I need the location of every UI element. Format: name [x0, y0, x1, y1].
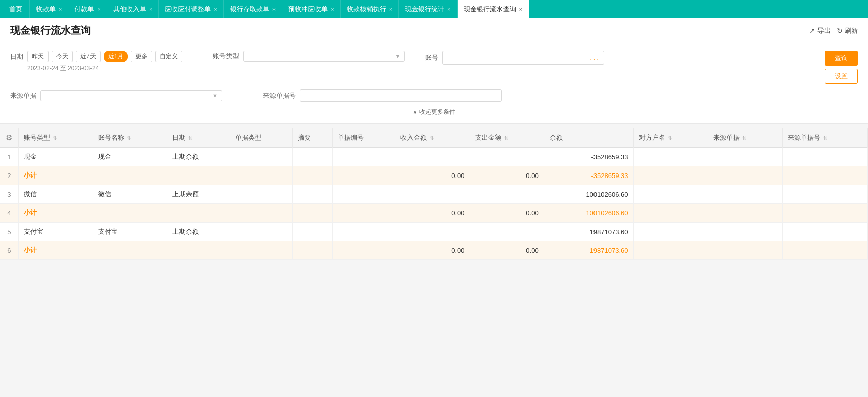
close-icon[interactable]: × — [331, 6, 334, 12]
cell-expense: 0.00 — [470, 241, 544, 260]
refresh-icon: ↻ — [837, 27, 843, 35]
account-label: 账号 — [425, 53, 438, 62]
table-container: ⚙ 账号类型 ⇅ 账号名称 ⇅ 日期 ⇅ 单据类型 摘要 单据编号 — [0, 128, 868, 260]
account-type-select[interactable]: ▼ — [243, 51, 405, 62]
tab-yingshouyingfu[interactable]: 应收应付调整单 × — [159, 0, 223, 18]
cell-balance: -3528659.33 — [544, 148, 633, 166]
cell-source-doc — [708, 185, 782, 204]
cell-doc-no — [333, 185, 395, 204]
date-label: 日期 — [10, 52, 23, 61]
cell-source-doc-no — [782, 166, 867, 185]
cell-source-doc — [708, 148, 782, 166]
col-source-doc-no[interactable]: 来源单据号 ⇅ — [782, 128, 867, 148]
close-icon[interactable]: × — [59, 6, 62, 12]
cell-date: 上期余额 — [167, 185, 230, 204]
cell-source-doc-no — [782, 185, 867, 204]
cell-index: 1 — [0, 148, 18, 166]
collapse-icon: ∧ — [413, 109, 417, 116]
date-btn-today[interactable]: 今天 — [52, 51, 73, 62]
cell-income: 0.00 — [395, 241, 470, 260]
col-account-name[interactable]: 账号名称 ⇅ — [93, 128, 167, 148]
page-title: 现金银行流水查询 — [10, 24, 91, 37]
cell-source-doc-no — [782, 148, 867, 166]
col-income[interactable]: 收入金额 ⇅ — [395, 128, 470, 148]
date-range-display: 2023-02-24 至 2023-03-24 — [27, 65, 99, 72]
cell-summary — [292, 148, 333, 166]
date-btn-more[interactable]: 更多 — [131, 51, 152, 62]
col-balance: 余额 — [544, 128, 633, 148]
tab-liushui[interactable]: 现金银行流水查询 × — [458, 0, 529, 18]
cell-date: 上期余额 — [167, 223, 230, 241]
cell-expense — [470, 223, 544, 241]
export-button[interactable]: ↗ 导出 — [809, 26, 831, 35]
close-icon[interactable]: × — [389, 6, 392, 12]
collapse-bar[interactable]: ∧ 收起更多条件 — [10, 106, 858, 118]
cell-income — [395, 185, 470, 204]
cell-doc-type — [230, 185, 292, 204]
cell-index: 6 — [0, 241, 18, 260]
cell-balance: 19871073.60 — [544, 223, 633, 241]
date-btn-yesterday[interactable]: 昨天 — [27, 51, 49, 62]
refresh-button[interactable]: ↻ 刷新 — [837, 26, 858, 35]
cell-account-type: 现金 — [18, 148, 93, 166]
tab-yinhangcunqu[interactable]: 银行存取款单 × — [224, 0, 282, 18]
cell-date — [167, 241, 230, 260]
cell-expense: 0.00 — [470, 204, 544, 223]
cell-source-doc — [708, 223, 782, 241]
date-btn-1month[interactable]: 近1月 — [104, 51, 128, 62]
nav-home[interactable]: 首页 — [2, 0, 30, 18]
top-nav: 首页 收款单 × 付款单 × 其他收入单 × 应收应付调整单 × 银行存取款单 … — [0, 0, 868, 18]
col-settings: ⚙ — [0, 128, 18, 148]
close-icon[interactable]: × — [447, 6, 450, 12]
col-date[interactable]: 日期 ⇅ — [167, 128, 230, 148]
tab-shoukuandan[interactable]: 收款单 × — [30, 0, 68, 18]
close-icon[interactable]: × — [97, 6, 100, 12]
tab-fukuandan[interactable]: 付款单 × — [68, 0, 107, 18]
data-table: ⚙ 账号类型 ⇅ 账号名称 ⇅ 日期 ⇅ 单据类型 摘要 单据编号 — [0, 128, 868, 260]
cell-index: 4 — [0, 204, 18, 223]
col-counterpart[interactable]: 对方户名 ⇅ — [633, 128, 708, 148]
cell-counterpart — [633, 166, 708, 185]
source-doc-no-label: 来源单据号 — [263, 91, 296, 100]
tab-qitashouru[interactable]: 其他收入单 × — [107, 0, 159, 18]
cell-counterpart — [633, 204, 708, 223]
close-icon[interactable]: × — [149, 6, 152, 12]
table-row: 6 小计 0.00 0.00 19871073.60 — [0, 241, 868, 260]
account-dots[interactable]: ... — [590, 53, 600, 62]
cell-account-name: 支付宝 — [93, 223, 167, 241]
cell-date — [167, 166, 230, 185]
close-icon[interactable]: × — [214, 6, 217, 12]
settings-button[interactable]: 设置 — [825, 69, 858, 84]
chevron-down-icon: ▼ — [395, 53, 400, 59]
col-expense[interactable]: 支出金额 ⇅ — [470, 128, 544, 148]
cell-summary — [292, 241, 333, 260]
date-btn-7days[interactable]: 近7天 — [76, 51, 101, 62]
sort-icon: ⇅ — [668, 135, 672, 141]
col-source-doc[interactable]: 来源单据 ⇅ — [708, 128, 782, 148]
table-row: 1 现金 现金 上期余额 -3528659.33 — [0, 148, 868, 166]
source-doc-select[interactable]: ▼ — [40, 90, 222, 101]
tab-xianjinyinhang[interactable]: 现金银行统计 × — [399, 0, 457, 18]
cell-expense — [470, 148, 544, 166]
tab-yushouchong[interactable]: 预收冲应收单 × — [282, 0, 340, 18]
close-icon[interactable]: × — [519, 6, 522, 12]
sort-icon: ⇅ — [53, 135, 57, 141]
date-btn-custom[interactable]: 自定义 — [155, 51, 182, 62]
tab-shoukuanxiaoxiao[interactable]: 收款核销执行 × — [341, 0, 399, 18]
account-select[interactable]: ... — [442, 51, 604, 65]
col-account-type[interactable]: 账号类型 ⇅ — [18, 128, 93, 148]
cell-doc-type — [230, 241, 292, 260]
cell-index: 5 — [0, 223, 18, 241]
filter-area: 日期 昨天 今天 近7天 近1月 更多 自定义 2023-02-24 至 202… — [0, 43, 868, 124]
cell-source-doc — [708, 166, 782, 185]
cell-source-doc-no — [782, 204, 867, 223]
query-button[interactable]: 查询 — [825, 51, 858, 66]
cell-account-type: 小计 — [18, 204, 93, 223]
close-icon[interactable]: × — [272, 6, 276, 12]
cell-counterpart — [633, 241, 708, 260]
cell-doc-no — [333, 223, 395, 241]
source-doc-no-input[interactable] — [300, 89, 502, 102]
table-row: 2 小计 0.00 0.00 -3528659.33 — [0, 166, 868, 185]
cell-income: 0.00 — [395, 166, 470, 185]
gear-icon[interactable]: ⚙ — [6, 133, 12, 142]
